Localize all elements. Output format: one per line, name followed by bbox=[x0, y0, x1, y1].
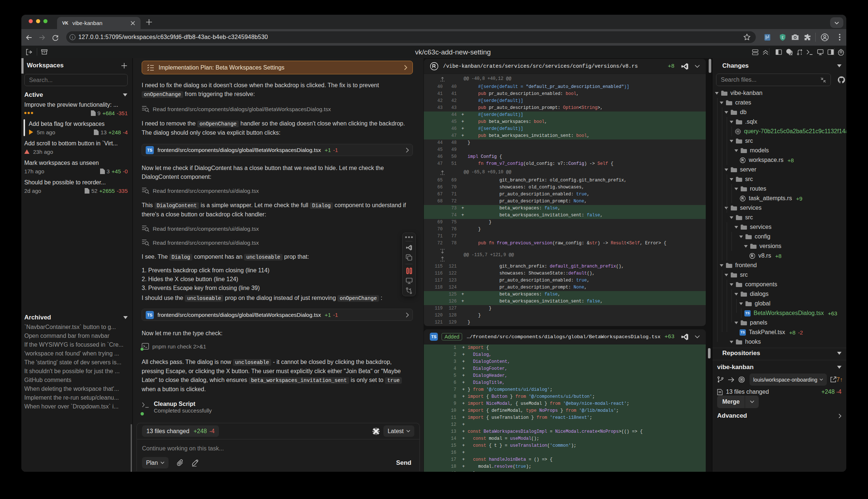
svg-text:£: £ bbox=[782, 35, 784, 39]
